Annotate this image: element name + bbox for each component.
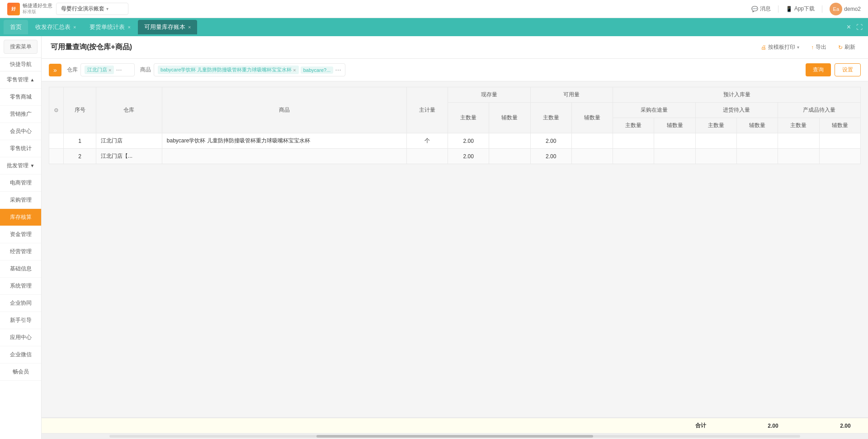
table-row: 1 江北门店 babycare学饮杯 儿童防摔防撞吸管杯重力球吸嘴杯宝宝水杯 个… [49, 133, 861, 149]
sidebar-item-app-center[interactable]: 应用中心 [0, 329, 41, 346]
product-label: 商品 [140, 66, 151, 74]
tab-home[interactable]: 首页 [4, 20, 28, 34]
sidebar-item-retail-mall[interactable]: 零售商城 [0, 89, 41, 106]
table-row: 2 江北门店【... 2.00 2.00 [49, 149, 861, 164]
warehouse-input[interactable]: 江北门店 × ··· [80, 63, 135, 76]
cell-inbound-sub-1 [736, 133, 778, 149]
sidebar-item-finance[interactable]: 资金管理 [0, 226, 41, 243]
sidebar-item-member-center[interactable]: 会员中心 [0, 123, 41, 140]
cell-production-main-2 [778, 149, 819, 164]
sidebar-item-wholesale-mgmt[interactable]: 批发管理 ▼ [0, 157, 41, 175]
filter-expand-button[interactable]: » [49, 64, 61, 76]
close-tab-order[interactable]: × [127, 24, 130, 30]
expand-icon[interactable]: ⛶ [854, 24, 864, 31]
cell-warehouse-1: 江北门店 [96, 133, 162, 149]
th-no: 序号 [64, 87, 96, 133]
content-area: 可用量查询(按仓库+商品) 🖨 按模板打印 ▾ ↑ 导出 ↻ 刷新 » [42, 36, 868, 439]
th-settings: ⚙ [49, 87, 64, 133]
th-stock-sub: 辅数量 [489, 103, 530, 133]
user-menu[interactable]: Ea demo2 [830, 3, 861, 15]
close-all-tabs[interactable]: × [843, 23, 854, 31]
scroll-track [109, 435, 800, 438]
top-bar: 好 畅捷通好生意 标准版 母婴行业演示账套 ▾ 💬 消息 📱 App下载 Ea … [0, 0, 868, 18]
cell-available-main-2: 2.00 [530, 149, 571, 164]
close-tab-available[interactable]: × [188, 24, 191, 30]
tab-receive-summary[interactable]: 收发存汇总表 × [29, 20, 82, 34]
filter-bar: » 仓库 江北门店 × ··· 商品 babycare学饮杯 儿童防摔防撞吸管杯… [42, 59, 868, 81]
message-button[interactable]: 💬 消息 [751, 5, 771, 13]
page-header: 可用量查询(按仓库+商品) 🖨 按模板打印 ▾ ↑ 导出 ↻ 刷新 [42, 36, 868, 59]
tab-order-stats[interactable]: 要货单统计表 × [83, 20, 137, 34]
sidebar-item-retail-stats[interactable]: 零售统计 [0, 140, 41, 157]
sidebar-item-operations[interactable]: 经营管理 [0, 243, 41, 260]
data-table: ⚙ 序号 仓库 商品 主计量 现存量 可用量 预计入库量 主数量 辅数量 主数量 [49, 87, 861, 164]
download-icon: 📱 [786, 6, 793, 12]
sidebar-item-system[interactable]: 系统管理 [0, 278, 41, 295]
avatar: Ea [830, 3, 842, 15]
chevron-down-icon2: ▾ [797, 45, 799, 50]
footer-stock-main: 2.00 [755, 423, 791, 429]
sidebar-item-enterprise[interactable]: 企业协同 [0, 295, 41, 312]
tab-available-ledger[interactable]: 可用量库存账本 × [138, 20, 197, 34]
sidebar-item-marketing[interactable]: 营销推广 [0, 106, 41, 123]
scroll-thumb[interactable] [316, 435, 593, 438]
sidebar-item-retail-mgmt[interactable]: 零售管理 ▲ [0, 71, 41, 89]
sidebar: 搜索菜单 快捷导航 零售管理 ▲ 零售商城 营销推广 会员中心 零售统计 批发管… [0, 36, 42, 439]
cell-unit-1: 个 [406, 133, 448, 149]
cell-product-2 [162, 149, 406, 164]
org-name: 母婴行业演示账套 [61, 5, 104, 13]
th-inbound-main: 主数量 [695, 118, 736, 133]
cell-available-main-1: 2.00 [530, 133, 571, 149]
sidebar-item-guide[interactable]: 新手引导 [0, 312, 41, 329]
sidebar-item-ecommerce[interactable]: 电商管理 [0, 175, 41, 192]
export-button[interactable]: ↑ 导出 [807, 42, 830, 53]
sidebar-item-wechat-work[interactable]: 企业微信 [0, 346, 41, 363]
logo-icon: 好 [7, 3, 20, 15]
refresh-icon: ↻ [838, 44, 843, 51]
sidebar-item-purchase[interactable]: 采购管理 [0, 192, 41, 209]
main-layout: 搜索菜单 快捷导航 零售管理 ▲ 零售商城 营销推广 会员中心 零售统计 批发管… [0, 36, 868, 439]
table-footer: 合计 2.00 2.00 [42, 417, 868, 434]
th-available-main: 主数量 [530, 103, 571, 133]
footer-label: 合计 [683, 422, 719, 430]
app-download-button[interactable]: 📱 App下载 [786, 5, 815, 13]
cell-available-sub-2 [571, 149, 613, 164]
export-icon: ↑ [811, 44, 814, 51]
query-button[interactable]: 查询 [806, 63, 831, 76]
cell-product-1: babycare学饮杯 儿童防摔防撞吸管杯重力球吸嘴杯宝宝水杯 [162, 133, 406, 149]
sidebar-item-basic-info[interactable]: 基础信息 [0, 260, 41, 278]
th-stock-main: 主数量 [448, 103, 489, 133]
th-warehouse: 仓库 [96, 87, 162, 133]
cell-purchase-main-2 [613, 149, 654, 164]
th-available-group: 可用量 [530, 87, 613, 103]
remove-product-tag1[interactable]: × [293, 67, 296, 73]
home-tab-label: 首页 [10, 23, 22, 31]
warehouse-more-icon[interactable]: ··· [116, 66, 122, 74]
th-available-sub: 辅数量 [571, 103, 613, 133]
th-product: 商品 [162, 87, 406, 133]
cell-production-sub-1 [819, 133, 860, 149]
cell-production-main-1 [778, 133, 819, 149]
sidebar-item-vip[interactable]: 畅会员 [0, 363, 41, 381]
close-tab-receive[interactable]: × [73, 24, 76, 30]
product-more-icon[interactable]: ··· [335, 66, 341, 74]
sidebar-item-inventory[interactable]: 库存核算 [0, 209, 41, 226]
template-print-button[interactable]: 🖨 按模板打印 ▾ [757, 42, 803, 53]
cell-production-sub-2 [819, 149, 860, 164]
th-production-main: 主数量 [778, 118, 819, 133]
remove-warehouse-tag[interactable]: × [108, 67, 111, 73]
cell-no-1: 1 [64, 133, 96, 149]
search-menu-button[interactable]: 搜索菜单 [4, 40, 38, 54]
gear-icon[interactable]: ⚙ [54, 107, 59, 113]
top-bar-left: 好 畅捷通好生意 标准版 母婴行业演示账套 ▾ [7, 3, 128, 15]
cell-stock-sub-1 [489, 133, 530, 149]
warehouse-filter-group: 仓库 江北门店 × ··· [67, 63, 135, 76]
quick-nav-button[interactable]: 快捷导航 [0, 58, 41, 71]
org-selector[interactable]: 母婴行业演示账套 ▾ [56, 3, 128, 15]
settings-button[interactable]: 设置 [835, 63, 861, 76]
cell-inbound-main-2 [695, 149, 736, 164]
refresh-button[interactable]: ↻ 刷新 [835, 42, 859, 53]
product-tag1: babycare学饮杯 儿童防摔防撞吸管杯重力球吸嘴杯宝宝水杯 × [158, 66, 299, 74]
product-input[interactable]: babycare学饮杯 儿童防摔防撞吸管杯重力球吸嘴杯宝宝水杯 × babyca… [154, 63, 345, 76]
cell-inbound-sub-2 [736, 149, 778, 164]
